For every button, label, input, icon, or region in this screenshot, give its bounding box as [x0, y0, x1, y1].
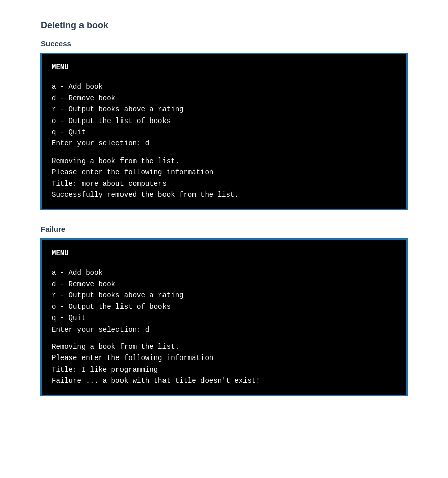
failure-output-line-4: Failure ... a book with that title doesn…	[52, 375, 396, 386]
success-output-line-4: Successfully removed the book from the l…	[52, 189, 396, 201]
failure-terminal-header: MENU	[52, 248, 396, 259]
success-menu-line-3: r - Output books above a rating	[52, 104, 396, 115]
failure-menu-line-2: d - Remove book	[52, 278, 396, 290]
failure-terminal: MENU a - Add book d - Remove book r - Ou…	[40, 238, 408, 395]
page-title: Deleting a book	[40, 20, 408, 31]
success-output-line-1: Removing a book from the list.	[52, 155, 396, 167]
success-terminal: MENU a - Add book d - Remove book r - Ou…	[40, 53, 408, 210]
failure-menu-line-5: q - Quit	[52, 312, 396, 324]
failure-output-line-1: Removing a book from the list.	[52, 341, 396, 352]
success-output-line-3: Title: more about computers	[52, 178, 396, 189]
failure-section: Failure MENU a - Add book d - Remove boo…	[40, 225, 408, 395]
failure-menu-line-4: o - Output the list of books	[52, 301, 396, 312]
success-menu-line-4: o - Output the list of books	[52, 115, 396, 127]
success-menu-line-6: Enter your selection: d	[52, 138, 396, 149]
success-terminal-header: MENU	[52, 62, 396, 73]
success-menu-line-5: q - Quit	[52, 127, 396, 138]
success-label: Success	[40, 39, 408, 48]
success-menu-line-2: d - Remove book	[52, 93, 396, 104]
failure-output-line-3: Title: I like programming	[52, 364, 396, 375]
failure-menu-line-6: Enter your selection: d	[52, 324, 396, 335]
failure-menu-line-3: r - Output books above a rating	[52, 290, 396, 301]
success-output-line-2: Please enter the following information	[52, 167, 396, 178]
success-menu-line-1: a - Add book	[52, 81, 396, 92]
failure-label: Failure	[40, 225, 408, 233]
success-section: Success MENU a - Add book d - Remove boo…	[40, 39, 408, 210]
failure-output-line-2: Please enter the following information	[52, 352, 396, 364]
failure-menu-line-1: a - Add book	[52, 267, 396, 278]
